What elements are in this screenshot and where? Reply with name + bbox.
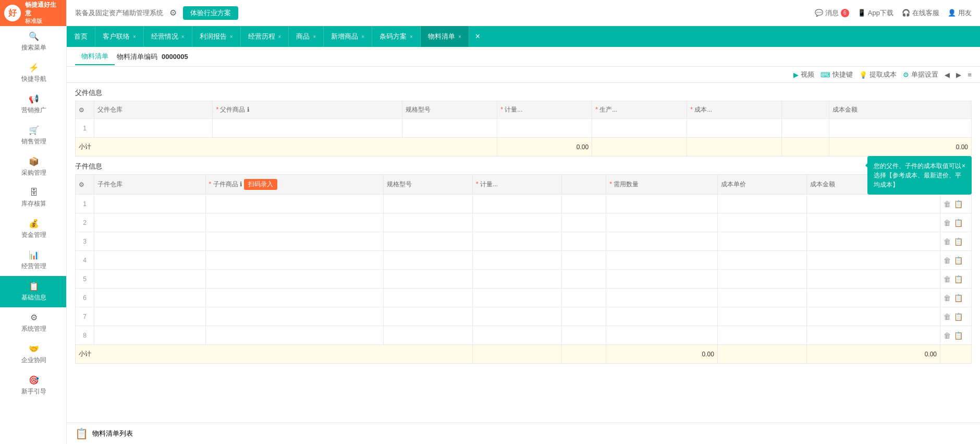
child-row-spec[interactable] <box>384 251 473 270</box>
child-row-qty[interactable] <box>606 251 718 270</box>
child-row-spec[interactable] <box>384 270 473 289</box>
subtab-bom-list[interactable]: 物料清单 <box>75 49 115 65</box>
tab-profit-close[interactable]: × <box>230 34 233 40</box>
child-row-product[interactable] <box>205 326 384 345</box>
child-row-product[interactable] <box>205 270 384 289</box>
delete-icon[interactable]: 🗑 <box>944 275 951 283</box>
child-row-warehouse[interactable] <box>94 251 206 270</box>
tab-barcode-close[interactable]: × <box>410 34 413 40</box>
child-row-unit[interactable] <box>473 213 562 232</box>
child-row-warehouse[interactable] <box>94 213 206 232</box>
single-settings-btn[interactable]: ⚙ 单据设置 <box>903 70 938 79</box>
tooltip-close[interactable]: × <box>962 161 965 171</box>
child-row-spec[interactable] <box>384 326 473 345</box>
parent-row-prod[interactable] <box>592 119 687 138</box>
nav-next-btn[interactable]: ▶ <box>956 71 961 79</box>
copy-icon[interactable]: 📋 <box>954 237 963 246</box>
trial-button[interactable]: 体验行业方案 <box>183 6 238 20</box>
child-row-spec[interactable] <box>384 307 473 326</box>
sidebar-item-search[interactable]: 🔍 搜索菜单 <box>0 26 66 57</box>
parent-row-spec[interactable] <box>402 119 497 138</box>
delete-icon[interactable]: 🗑 <box>944 331 951 340</box>
sidebar-item-quick-nav[interactable]: ⚡ 快捷导航 <box>0 57 66 89</box>
child-row-price[interactable] <box>717 213 806 232</box>
child-row-unit[interactable] <box>473 232 562 251</box>
message-item[interactable]: 💬 消息 6 <box>815 8 849 18</box>
copy-icon[interactable]: 📋 <box>954 219 963 227</box>
tab-barcode[interactable]: 条码方案 × <box>372 26 421 47</box>
child-row-product[interactable] <box>205 289 384 307</box>
child-row-price[interactable] <box>717 195 806 213</box>
child-row-qty[interactable] <box>606 270 718 289</box>
child-row-qty[interactable] <box>606 289 718 307</box>
copy-icon[interactable]: 📋 <box>954 256 963 265</box>
tab-operations-status-close[interactable]: × <box>181 34 185 40</box>
child-row-warehouse[interactable] <box>94 270 206 289</box>
child-row-spec[interactable] <box>384 289 473 307</box>
tab-history[interactable]: 经营历程 × <box>241 26 289 47</box>
child-row-unit[interactable] <box>473 251 562 270</box>
tab-goods-close[interactable]: × <box>313 34 316 40</box>
list-view-btn[interactable]: ≡ <box>967 71 972 79</box>
child-row-spec[interactable] <box>384 232 473 251</box>
sidebar-item-marketing[interactable]: 📢 营销推广 <box>0 89 66 120</box>
child-row-product[interactable] <box>205 307 384 326</box>
delete-icon[interactable]: 🗑 <box>944 313 951 321</box>
child-row-price[interactable] <box>717 270 806 289</box>
tab-operations-status[interactable]: 经营情况 × <box>144 26 192 47</box>
view-btn[interactable]: ▶ 视频 <box>793 70 814 79</box>
sidebar-item-finance[interactable]: 💰 资金管理 <box>0 213 66 245</box>
delete-icon[interactable]: 🗑 <box>944 219 951 227</box>
sidebar-item-inventory[interactable]: 🗄 库存核算 <box>0 183 66 213</box>
parent-row-product[interactable] <box>213 119 402 138</box>
delete-icon[interactable]: 🗑 <box>944 237 951 246</box>
child-row-price[interactable] <box>717 289 806 307</box>
tab-bom[interactable]: 物料清单 × <box>421 26 469 47</box>
copy-icon[interactable]: 📋 <box>954 313 963 321</box>
child-row-spec[interactable] <box>384 195 473 213</box>
tab-home[interactable]: 首页 <box>67 26 95 47</box>
child-row-price[interactable] <box>717 307 806 326</box>
child-row-qty[interactable] <box>606 213 718 232</box>
app-download-item[interactable]: 📱 App下载 <box>858 8 893 18</box>
tab-bom-close[interactable]: × <box>458 34 461 40</box>
child-row-price[interactable] <box>717 326 806 345</box>
parent-row-warehouse[interactable] <box>94 119 213 138</box>
parent-row-cost[interactable] <box>687 119 782 138</box>
nav-prev-btn[interactable]: ◀ <box>945 71 950 79</box>
copy-icon[interactable]: 📋 <box>954 200 963 208</box>
sidebar-item-enterprise[interactable]: 🤝 企业协同 <box>0 339 66 370</box>
child-row-qty[interactable] <box>606 326 718 345</box>
child-row-unit[interactable] <box>473 326 562 345</box>
child-row-qty[interactable] <box>606 307 718 326</box>
sidebar-item-sales[interactable]: 🛒 销售管理 <box>0 120 66 151</box>
child-row-unit[interactable] <box>473 289 562 307</box>
delete-icon[interactable]: 🗑 <box>944 200 951 208</box>
tab-customer-close[interactable]: × <box>133 34 136 40</box>
child-col-settings[interactable]: ⚙ <box>76 175 94 195</box>
child-row-warehouse[interactable] <box>94 307 206 326</box>
child-row-product[interactable] <box>205 232 384 251</box>
sidebar-item-operations[interactable]: 📊 经营管理 <box>0 245 66 276</box>
child-row-qty[interactable] <box>606 195 718 213</box>
nav-close-all[interactable]: × <box>469 32 486 41</box>
tab-history-close[interactable]: × <box>278 34 281 40</box>
sidebar-item-guide[interactable]: 🎯 新手引导 <box>0 370 66 401</box>
shortcut-btn[interactable]: ⌨ 快捷键 <box>820 70 853 79</box>
child-row-unit[interactable] <box>473 270 562 289</box>
online-service-item[interactable]: 🎧 在线客服 <box>902 8 939 18</box>
parent-col-settings[interactable]: ⚙ <box>76 101 94 119</box>
child-row-qty[interactable] <box>606 232 718 251</box>
child-row-product[interactable] <box>205 195 384 213</box>
copy-icon[interactable]: 📋 <box>954 294 963 302</box>
child-row-price[interactable] <box>717 251 806 270</box>
tab-customer[interactable]: 客户联络 × <box>95 26 144 47</box>
child-row-warehouse[interactable] <box>94 289 206 307</box>
child-row-product[interactable] <box>205 251 384 270</box>
tab-profit[interactable]: 利润报告 × <box>192 26 241 47</box>
child-row-unit[interactable] <box>473 195 562 213</box>
tab-new-goods[interactable]: 新增商品 × <box>324 26 372 47</box>
child-row-product[interactable] <box>205 213 384 232</box>
user-item[interactable]: 👤 用友 <box>948 8 972 18</box>
tab-goods[interactable]: 商品 × <box>289 26 324 47</box>
